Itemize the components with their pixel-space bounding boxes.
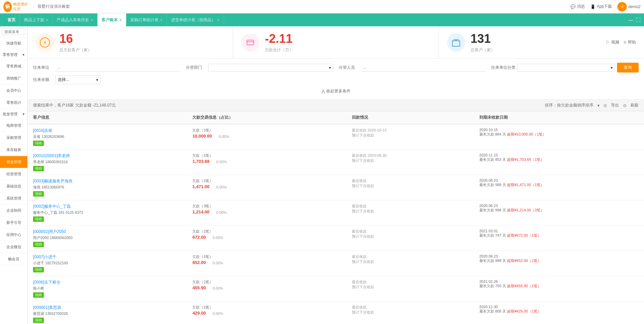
- tab-goods-stat[interactable]: 进货单统计表（按商品） ✕: [167, 13, 224, 26]
- close-icon[interactable]: ✕: [217, 18, 220, 22]
- svg-text:¥: ¥: [44, 40, 46, 45]
- overdue-link-5[interactable]: 超期¥672.00（1笔）: [507, 233, 541, 237]
- sidebar-item-inventory[interactable]: 库存核算: [0, 144, 27, 156]
- debt-percent-3: 0.00%: [216, 185, 227, 189]
- td-customer-7: [0006]去下粮仓 陈小希 现销: [33, 279, 192, 298]
- sidebar-item-retail-mgmt[interactable]: 零售管理 ▾: [0, 50, 27, 60]
- maximize-icon[interactable]: ⛶: [636, 17, 641, 23]
- filter-row-2: 往来余额 选择... ▾: [33, 75, 639, 84]
- chevron-down-icon[interactable]: ▾: [597, 103, 599, 108]
- sidebar-item-wholesale-mgmt-label: 批发管理: [3, 112, 18, 117]
- user-area[interactable]: d demo2: [617, 2, 641, 11]
- td-overdue-4: 2020.06.23 最长欠款 998 天 超期¥1,214.00（3笔）: [479, 204, 639, 213]
- sidebar-item-finance-label: 资金管理: [2, 159, 25, 165]
- filter-area: 往来单位 分管部门 ▾ 分管人员 往来单位分类: [28, 59, 644, 100]
- sidebar-item-marketing[interactable]: 营销推广: [0, 72, 27, 85]
- search-button[interactable]: 查询: [617, 63, 639, 72]
- customer-name-6[interactable]: [0007]小进千: [33, 254, 192, 260]
- sidebar-item-retail-stats[interactable]: 零售统计: [0, 97, 27, 109]
- table-header: 客户信息 欠款交易信息（占比） 回款情况 到期未收款日期: [28, 111, 644, 124]
- customer-name-7[interactable]: [0006]去下粮仓: [33, 279, 192, 285]
- customer-name-1[interactable]: [0016]吴俊: [33, 128, 192, 134]
- stat-info-customers: 16 总欠款客户（家）: [59, 32, 92, 53]
- overdue-link-1[interactable]: 超期¥10,000.00（1笔）: [507, 132, 546, 136]
- customer-tag-6: 现销: [33, 267, 44, 272]
- sidebar-item-enterprise-wechat[interactable]: 企业微信: [0, 241, 27, 253]
- sidebar-item-business-mgmt[interactable]: 经营管理: [0, 168, 27, 180]
- debt-amount-5: 672.00: [192, 235, 206, 240]
- customer-name-5[interactable]: [000002]用户2050: [33, 229, 192, 235]
- message-btn[interactable]: 💬 消息: [570, 4, 585, 9]
- overdue-days-4: 最长欠款 998 天 超期¥1,214.00（3笔）: [479, 208, 639, 213]
- overdue-days-6: 最长欠款 998 天 超期¥652.00（1笔）: [479, 258, 639, 263]
- recovery-last-3: 最近收款: [352, 178, 479, 183]
- from-unit-input[interactable]: [55, 64, 180, 71]
- top-right: 💬 消息 📱 App下载 d demo2: [570, 2, 641, 11]
- customer-name-8[interactable]: [000001]黄思源: [33, 305, 192, 311]
- customer-name-3[interactable]: [0003]畅捷服务尹海燕: [33, 178, 192, 184]
- tab-goods-shelf[interactable]: 商品上下架 ✕: [20, 13, 53, 26]
- sidebar-item-retail-mall[interactable]: 零售商城: [0, 60, 27, 72]
- tab-customer-account[interactable]: 客户账本 ✕: [97, 13, 126, 26]
- th-overdue: 到期未收款日期: [479, 115, 639, 120]
- help-btn[interactable]: ⊙ 帮助: [623, 39, 636, 45]
- td-recovery-7: 最近收款 预计下次收款: [352, 279, 479, 290]
- dept-select[interactable]: ▾: [208, 64, 333, 72]
- overdue-link-8[interactable]: 超期¥429.00（1笔）: [507, 309, 541, 313]
- td-customer-1: [0016]吴俊 吴俊 13026203696 现销: [33, 128, 192, 146]
- sidebar-item-chang-member[interactable]: 畅会员: [0, 253, 27, 265]
- td-debt-5: 欠款（1笔） 672.00 0.00%: [192, 229, 352, 240]
- tab-home[interactable]: 首页: [3, 13, 20, 26]
- balance-select[interactable]: 选择... ▾: [55, 75, 101, 84]
- svg-rect-2: [247, 40, 254, 45]
- minimize-icon[interactable]: —: [628, 17, 633, 23]
- debt-percent-5: 0.00%: [213, 236, 223, 240]
- overdue-link-7[interactable]: 超期¥455.90（1笔）: [507, 284, 541, 288]
- filter-unit-category: 往来单位分类 ▾ 查询: [491, 63, 639, 72]
- tab-stock-history[interactable]: 产成品入库单历史 ✕: [53, 13, 97, 26]
- customer-tag-8: 现销: [33, 318, 44, 323]
- sidebar-item-ecom-mgmt[interactable]: 电商管理: [0, 120, 27, 132]
- debt-amount-4: 1,214.00: [192, 209, 209, 214]
- overdue-link-2[interactable]: 超期¥1,703.68（1笔）: [507, 157, 544, 161]
- close-icon[interactable]: ✕: [119, 18, 122, 22]
- sidebar-item-enterprise-collab[interactable]: 企业协同: [0, 205, 27, 217]
- sidebar-item-system-mgmt[interactable]: 系统管理: [0, 193, 27, 205]
- overdue-link-6[interactable]: 超期¥652.00（1笔）: [507, 259, 541, 263]
- table-container: 客户信息 欠款交易信息（占比） 回款情况 到期未收款日期 [0016]吴俊 吴俊…: [28, 111, 644, 324]
- close-icon[interactable]: ✕: [90, 18, 93, 22]
- sidebar-item-chang-member-label: 畅会员: [2, 257, 25, 262]
- sidebar-item-purchase-mgmt[interactable]: 采购管理: [0, 132, 27, 144]
- sidebar-item-quick-nav[interactable]: 快捷导航: [0, 37, 27, 50]
- sidebar-item-basic-info[interactable]: 基础信息: [0, 180, 27, 193]
- close-icon[interactable]: ✕: [160, 18, 163, 22]
- sidebar-item-new-guide[interactable]: 新手引导: [0, 217, 27, 229]
- refresh-btn[interactable]: 刷新: [631, 102, 639, 108]
- customer-name-4[interactable]: [0002]服务中心_丁磊: [33, 204, 192, 209]
- unit-category-select[interactable]: ▾: [517, 64, 615, 72]
- sidebar-item-new-guide-label: 新手引导: [2, 220, 25, 225]
- app-download-btn[interactable]: 📱 App下载: [590, 4, 612, 9]
- recovery-last-2: 最近收款 2020-06-30: [352, 153, 479, 158]
- sidebar-item-app-center[interactable]: 应用中心: [0, 229, 27, 241]
- close-icon[interactable]: ✕: [46, 18, 48, 22]
- person-input[interactable]: [361, 64, 486, 71]
- overdue-link-3[interactable]: 超期¥1,471.00（1笔）: [507, 183, 544, 187]
- search-input[interactable]: [2, 28, 25, 35]
- sidebar-item-finance[interactable]: 资金管理: [0, 156, 27, 168]
- collapse-button[interactable]: ⋀ 收起更多条件: [33, 87, 639, 95]
- overdue-link-4[interactable]: 超期¥1,214.00（3笔）: [507, 208, 544, 212]
- export-btn[interactable]: 导出: [611, 102, 619, 108]
- tab-purchase-order[interactable]: 采购订单统计表 ✕: [126, 13, 167, 26]
- sidebar-item-member-center[interactable]: 会员中心: [0, 85, 27, 97]
- debt-desc-5: 欠款（1笔）: [192, 229, 352, 234]
- export-icon: ⊙: [604, 103, 607, 108]
- logo-area: 畅 畅捷通好生意: [3, 1, 30, 12]
- view-video-btn[interactable]: ▷ 视频: [606, 39, 619, 45]
- message-icon: 💬: [570, 4, 576, 9]
- sidebar-item-wholesale-mgmt[interactable]: 批发管理 ▾: [0, 109, 27, 120]
- td-recovery-5: 最近收款 预计下次收款: [352, 229, 479, 239]
- help-icon: ⊙: [623, 40, 627, 45]
- stat-label-all-customers: 总客户（家）: [471, 47, 495, 53]
- customer-name-2[interactable]: [0001020001]李老师: [33, 153, 192, 159]
